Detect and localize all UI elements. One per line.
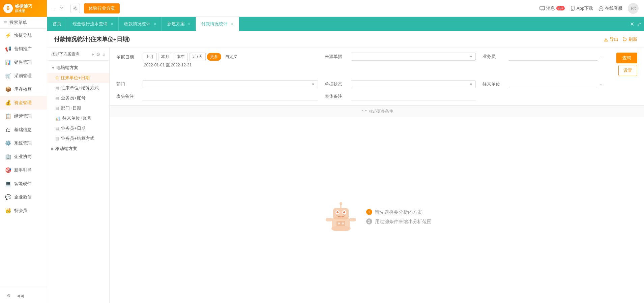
sidebar-logo: 6 畅捷通巧 标准版	[0, 0, 47, 17]
sidebar-item-vip[interactable]: 👑 畅会员	[0, 204, 47, 217]
tree-item-dept-date[interactable]: ▤ 部门+日期	[47, 103, 109, 113]
empty-tips: 1 请先选择要分析的方案 2 用过滤条件来缩小分析范围	[366, 207, 432, 226]
settings-footer-icon[interactable]: ⚙	[5, 292, 13, 300]
marketing-icon: 📢	[5, 46, 11, 52]
export-label: 导出	[610, 36, 618, 42]
tab-home-label: 首页	[53, 21, 61, 27]
app-download-action[interactable]: App下载	[570, 5, 593, 11]
tab-close-all-btn[interactable]: ✕	[630, 21, 634, 27]
logo-main-name: 畅捷通巧	[15, 4, 32, 9]
tab-payments-label: 付款情况统计	[201, 21, 228, 27]
online-service-action[interactable]: 在线客服	[598, 5, 622, 11]
sidebar-item-weixin[interactable]: 💬 企业微信	[0, 190, 47, 204]
collapse-conditions-btn[interactable]: ⌃⌃ 收起更多条件	[110, 105, 644, 117]
mobile-group-header[interactable]: ▶ 移动端方案	[47, 144, 109, 154]
sidebar-item-purchase[interactable]: 🛒 采购管理	[0, 69, 47, 83]
dept-select[interactable]: ▼	[143, 80, 318, 88]
source-caret: ▼	[469, 55, 473, 59]
sidebar-item-shortcuts[interactable]: ⚡ 快捷导航	[0, 29, 47, 42]
header-note-input[interactable]	[143, 92, 318, 100]
tab-payments-close[interactable]: ×	[231, 22, 233, 26]
settings-button[interactable]	[70, 4, 80, 13]
tree-item-unit-account[interactable]: 📊 往来单位+账号	[47, 113, 109, 123]
date-more[interactable]: 更多	[207, 53, 221, 61]
settings-button-filter[interactable]: 设置	[618, 65, 637, 76]
user-avatar[interactable]: Rit	[628, 3, 639, 14]
sidebar-item-basic[interactable]: 🗂 基础信息	[0, 123, 47, 137]
svg-point-13	[343, 211, 345, 213]
collapse-sidebar-icon[interactable]: ◀◀	[16, 292, 24, 300]
tree-item-unit-date[interactable]: ⊙ 往来单位+日期	[47, 73, 109, 83]
tab-maximize-btn[interactable]: ⤢	[637, 21, 641, 27]
tree-icon-staff-payment: ▤	[55, 136, 59, 141]
vip-icon: 👑	[5, 207, 11, 214]
desktop-group-header[interactable]: ▼ 电脑端方案	[47, 63, 109, 73]
online-service-label: 在线客服	[605, 5, 622, 11]
date-7days[interactable]: 近7天	[189, 53, 206, 61]
sidebar-item-finance[interactable]: 💰 资金管理	[0, 96, 47, 110]
sidebar-item-marketing[interactable]: 📢 营销推广	[0, 42, 47, 56]
tab-new-plan-close[interactable]: ×	[188, 22, 190, 26]
sidebar-item-inventory[interactable]: 📦 库存核算	[0, 83, 47, 96]
tree-label-unit-date: 往来单位+日期	[61, 75, 90, 81]
sidebar-item-operation[interactable]: 📋 经营管理	[0, 110, 47, 123]
sidebar-item-guide[interactable]: 🎯 新手引导	[0, 163, 47, 177]
partner-label: 往来单位	[482, 81, 506, 87]
plan-settings-icon[interactable]: ⚙	[96, 52, 100, 57]
tab-receipts-close[interactable]: ×	[154, 22, 156, 26]
mobile-group-label: 移动端方案	[55, 146, 77, 152]
sales-label: 销售管理	[14, 59, 32, 65]
tree-item-unit-payment[interactable]: ▤ 往来单位+结算方式	[47, 83, 109, 93]
partner-input[interactable]	[509, 80, 597, 88]
sidebar-item-enterprise[interactable]: 🏢 企业协同	[0, 150, 47, 163]
doc-status-select[interactable]: ▼	[351, 80, 476, 88]
breadcrumb-arrow	[60, 6, 66, 11]
message-action[interactable]: 消息 99+	[539, 5, 565, 11]
basic-label: 基础信息	[14, 127, 32, 133]
tree-arrow-down: ▼	[51, 66, 55, 70]
collapse-panel-icon[interactable]: «	[103, 52, 105, 57]
finance-label: 资金管理	[14, 100, 32, 106]
system-label: 系统管理	[14, 140, 32, 146]
refresh-btn[interactable]: 刷新	[622, 36, 637, 42]
query-button[interactable]: 查询	[616, 53, 637, 63]
tab-receipts-label: 收款情况统计	[124, 21, 150, 27]
body-note-input[interactable]	[351, 92, 476, 100]
trial-btn[interactable]: 体验行业方案	[84, 3, 120, 13]
date-this-year[interactable]: 本年	[174, 53, 188, 61]
svg-rect-18	[336, 221, 345, 226]
sidebar-item-sales[interactable]: 📊 销售管理	[0, 56, 47, 69]
guide-label: 新手引导	[14, 167, 32, 173]
source-select[interactable]: ▼	[351, 53, 476, 61]
sidebar-item-system[interactable]: ⚙️ 系统管理	[0, 137, 47, 150]
date-custom[interactable]: 自定义	[223, 53, 240, 61]
svg-point-0	[75, 7, 76, 9]
tree-label-staff-date: 业务员+日期	[61, 125, 86, 131]
tip-num-1: 1	[366, 209, 372, 215]
export-icon	[604, 37, 608, 42]
tab-payments[interactable]: 付款情况统计 ×	[196, 17, 239, 31]
tree-label-unit-payment: 往来单位+结算方式	[61, 85, 99, 91]
staff-input[interactable]	[509, 53, 597, 61]
export-btn[interactable]: 导出	[604, 36, 618, 42]
add-plan-icon[interactable]: +	[91, 52, 94, 57]
date-last-month[interactable]: 上月	[143, 53, 157, 61]
tree-item-staff-account[interactable]: ▤ 业务员+账号	[47, 93, 109, 103]
empty-content: 1 请先选择要分析的方案 2 用过滤条件来缩小分析范围	[322, 200, 432, 234]
tab-new-plan[interactable]: 新建方案 ×	[162, 17, 196, 31]
tab-home[interactable]: 首页	[47, 17, 67, 31]
date-this-month[interactable]: 本月	[158, 53, 172, 61]
svg-point-20	[342, 222, 344, 224]
tab-bank[interactable]: 现金银行流水查询 ×	[67, 17, 119, 31]
dept-caret: ▼	[311, 82, 315, 86]
filter-buttons: 查询 设置	[610, 53, 637, 76]
vip-label: 畅会员	[14, 208, 27, 214]
tab-controls: ✕ ⤢	[627, 17, 644, 31]
tree-item-staff-date[interactable]: ▤ 业务员+日期	[47, 123, 109, 133]
collapse-label: 收起更多条件	[369, 109, 393, 114]
search-menu[interactable]: ☰ 搜索菜单	[0, 17, 47, 29]
tab-bank-close[interactable]: ×	[111, 22, 113, 26]
tab-receipts[interactable]: 收款情况统计 ×	[119, 17, 162, 31]
sidebar-item-hardware[interactable]: 💻 智能硬件	[0, 177, 47, 190]
tree-item-staff-payment[interactable]: ▤ 业务员+结算方式	[47, 133, 109, 144]
